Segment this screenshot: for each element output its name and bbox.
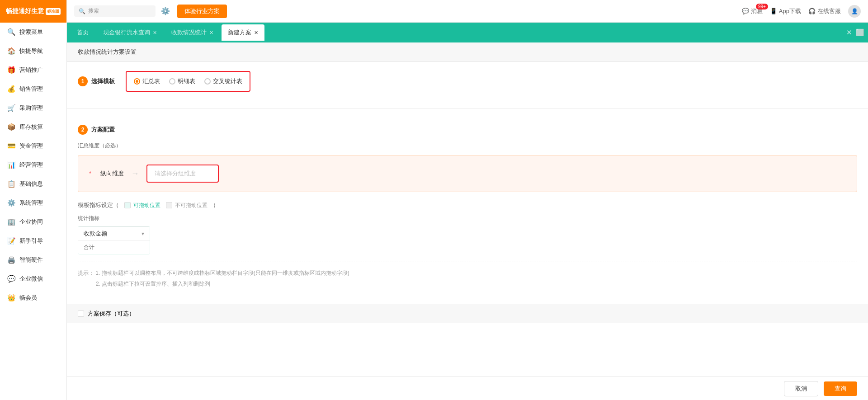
metric-header: 模板指标设定（ 可拖动位置 不可拖动位置 ） xyxy=(78,201,857,209)
save-plan-checkbox[interactable] xyxy=(78,311,84,317)
tab-home[interactable]: 首页 xyxy=(71,26,95,39)
message-icon: 💬 xyxy=(742,8,749,14)
online-service[interactable]: 🎧 在线客服 xyxy=(808,7,841,15)
sidebar-item-label: 企业协同 xyxy=(19,218,43,226)
step2-section: 2 方案配置 汇总维度（必选） * 纵向维度 → 请选择分组维度 xyxy=(67,116,868,304)
sidebar-item-label: 畅会员 xyxy=(19,294,37,302)
sidebar-item-search[interactable]: 🔍 搜索菜单 xyxy=(0,23,66,42)
sidebar-item-basic-info[interactable]: 📋 基础信息 xyxy=(0,174,66,193)
tab-close-icon[interactable]: ✕ xyxy=(153,30,157,35)
box-icon: 📦 xyxy=(7,123,16,131)
stats-label: 统计指标 xyxy=(78,215,99,222)
toggle-inactive-box xyxy=(166,202,172,208)
logo-text: 畅捷通好生意 xyxy=(6,7,44,15)
sidebar-item-label: 搜索菜单 xyxy=(19,28,43,36)
tab-label: 现金银行流水查询 xyxy=(103,28,150,37)
bottom-action-bar: 取消 查询 xyxy=(67,376,868,400)
metric-layout: 统计指标 收款金额 ▾ 合计 xyxy=(78,215,857,254)
sidebar-item-enterprise[interactable]: 🏢 企业协同 xyxy=(0,212,66,231)
guide-icon: 📝 xyxy=(7,237,16,245)
sidebar-item-sales[interactable]: 💰 销售管理 xyxy=(0,80,66,99)
sidebar-item-label: 资金管理 xyxy=(19,142,43,150)
sidebar: 畅捷通好生意 标准版 🔍 搜索菜单 🏠 快捷导航 🎁 营销推广 💰 销售管理 🛒… xyxy=(0,0,67,400)
card-icon: 💳 xyxy=(7,142,16,150)
sidebar-item-guide[interactable]: 📝 新手引导 xyxy=(0,231,66,250)
download-icon: 📱 xyxy=(770,8,777,14)
dim-selector[interactable]: 请选择分组维度 xyxy=(146,165,219,183)
settings-icon[interactable]: ⚙️ xyxy=(161,7,170,15)
sidebar-item-purchase[interactable]: 🛒 采购管理 xyxy=(0,99,66,118)
metric-row-label: 合计 xyxy=(84,244,94,250)
maximize-icon[interactable]: ⬜ xyxy=(856,28,864,37)
sidebar-item-marketing[interactable]: 🎁 营销推广 xyxy=(0,61,66,80)
step1-number: 1 xyxy=(78,76,88,86)
metric-table: 收款金额 ▾ 合计 xyxy=(78,226,150,254)
sidebar-item-label: 快捷导航 xyxy=(19,47,43,55)
tab-receipt-stats[interactable]: 收款情况统计 ✕ xyxy=(165,24,220,41)
sidebar-item-member[interactable]: 👑 畅会员 xyxy=(0,288,66,307)
sidebar-item-label: 营销推广 xyxy=(19,66,43,74)
cancel-button[interactable]: 取消 xyxy=(784,381,818,396)
tab-close-icon[interactable]: ✕ xyxy=(254,30,258,35)
industry-btn[interactable]: 体验行业方案 xyxy=(177,5,227,18)
header-right: 💬 消息 99+ 📱 App下载 🎧 在线客服 👤 xyxy=(742,5,861,18)
dimension-area: * 纵向维度 → 请选择分组维度 xyxy=(78,155,857,192)
tab-close-icon[interactable]: ✕ xyxy=(209,30,213,35)
dim-section-title: 汇总维度（必选） xyxy=(78,142,857,150)
user-avatar[interactable]: 👤 xyxy=(848,5,861,18)
query-button[interactable]: 查询 xyxy=(824,381,857,396)
sidebar-item-wechat[interactable]: 💬 企业微信 xyxy=(0,269,66,288)
list-icon: 📋 xyxy=(7,180,16,188)
app-download[interactable]: 📱 App下载 xyxy=(770,7,801,15)
radio-summary[interactable]: 汇总表 xyxy=(134,77,160,85)
close-window-icon[interactable]: ✕ xyxy=(846,28,852,37)
sidebar-item-quick-nav[interactable]: 🏠 快捷导航 xyxy=(0,42,66,61)
radio-cross[interactable]: 交叉统计表 xyxy=(204,77,242,85)
message-badge[interactable]: 💬 消息 99+ xyxy=(742,7,763,15)
tab-label: 新建方案 xyxy=(228,28,251,37)
toggle-inactive[interactable]: 不可拖动位置 xyxy=(166,202,208,209)
stats-label-area: 统计指标 收款金额 ▾ 合计 xyxy=(78,215,150,254)
sidebar-item-system[interactable]: ⚙️ 系统管理 xyxy=(0,193,66,212)
tip-line2: 2. 点击标题栏下拉可设置排序、插入列和删除列 xyxy=(78,278,857,289)
gift-icon: 🎁 xyxy=(7,66,16,74)
metric-row-item: 合计 xyxy=(78,240,150,254)
radio-label-cross: 交叉统计表 xyxy=(213,77,242,85)
metric-col-header-row[interactable]: 收款金额 ▾ xyxy=(78,226,150,240)
radio-circle-summary xyxy=(134,78,140,85)
sidebar-item-inventory[interactable]: 📦 库存核算 xyxy=(0,118,66,136)
page-breadcrumb: 收款情况统计方案设置 xyxy=(67,42,868,62)
sidebar-item-operations[interactable]: 📊 经营管理 xyxy=(0,155,66,174)
wechat-icon: 💬 xyxy=(7,275,16,283)
toggle-active[interactable]: 可拖动位置 xyxy=(124,202,160,209)
radio-detail[interactable]: 明细表 xyxy=(169,77,195,85)
sidebar-item-label: 基础信息 xyxy=(19,180,43,188)
sidebar-item-label: 企业微信 xyxy=(19,275,43,283)
tips-section: 提示： 1. 拖动标题栏可以调整布局，不可跨维度或指标区域拖动栏目字段(只能在同… xyxy=(78,262,857,295)
breadcrumb-text: 收款情况统计方案设置 xyxy=(78,48,137,55)
sidebar-item-label: 新手引导 xyxy=(19,237,43,245)
toggle-active-box xyxy=(124,202,131,208)
service-icon: 🎧 xyxy=(808,8,816,14)
tab-new-plan[interactable]: 新建方案 ✕ xyxy=(222,24,264,41)
sidebar-item-funds[interactable]: 💳 资金管理 xyxy=(0,136,66,155)
msg-count-badge: 99+ xyxy=(756,4,768,9)
metric-section-title: 模板指标设定（ xyxy=(78,201,119,209)
step1-section: 1 选择模板 汇总表 明细表 xyxy=(67,62,868,108)
hardware-icon: 🖨️ xyxy=(7,256,16,264)
tab-label: 收款情况统计 xyxy=(171,28,207,37)
tab-bank-flow[interactable]: 现金银行流水查询 ✕ xyxy=(97,24,163,41)
sidebar-item-label: 库存核算 xyxy=(19,123,43,131)
sidebar-item-label: 经营管理 xyxy=(19,161,43,169)
sidebar-item-hardware[interactable]: 🖨️ 智能硬件 xyxy=(0,250,66,269)
step1-badge: 1 选择模板 xyxy=(78,76,115,86)
sidebar-item-label: 智能硬件 xyxy=(19,256,43,264)
search-placeholder-text: 搜索 xyxy=(88,7,99,15)
radio-circle-detail xyxy=(169,78,175,85)
step2-number: 2 xyxy=(78,125,88,135)
step1-label: 选择模板 xyxy=(91,77,115,85)
step2-row: 2 方案配置 xyxy=(78,125,857,135)
toggle-active-label: 可拖动位置 xyxy=(133,202,160,209)
header-search[interactable]: 🔍 搜索 xyxy=(74,5,156,17)
search-header-icon: 🔍 xyxy=(79,8,85,14)
